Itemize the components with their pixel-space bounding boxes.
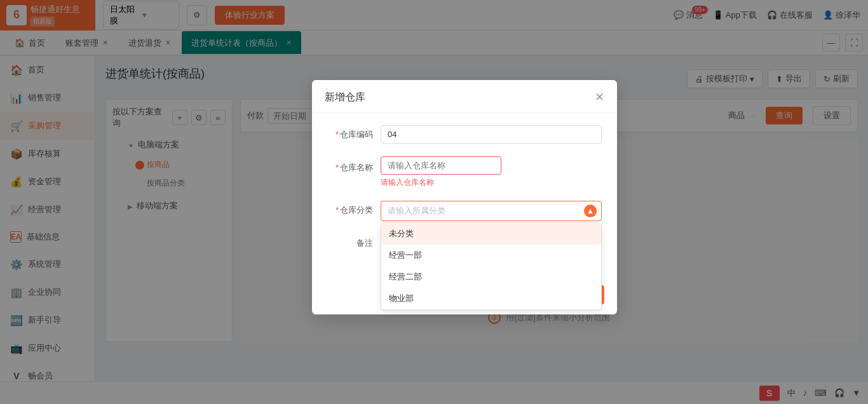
category-dropdown-list: 未分类 经营一部 经营二部 物业部	[381, 222, 602, 310]
notes-label: 备注	[327, 234, 373, 249]
code-label: 仓库编码	[327, 125, 373, 140]
option-dept1[interactable]: 经营一部	[381, 245, 601, 266]
name-error-row: 请输入仓库名称	[327, 177, 434, 188]
modal-header: 新增仓库 ✕	[312, 80, 617, 112]
form-row-category: 仓库分类 请输入所属分类 ▲ 未分类 经营一部 经营二部 物业部	[327, 201, 602, 221]
category-field-wrap: 请输入所属分类 ▲ 未分类 经营一部 经营二部 物业部	[381, 201, 602, 221]
category-chevron-up: ▲	[584, 205, 597, 217]
option-property[interactable]: 物业部	[381, 288, 601, 309]
option-uncategorized[interactable]: 未分类	[381, 223, 601, 245]
category-label: 仓库分类	[327, 201, 373, 216]
category-dropdown-trigger[interactable]: 请输入所属分类 ▲	[381, 201, 602, 221]
add-warehouse-modal: 新增仓库 ✕ 仓库编码 仓库名称 请输入仓库名称 仓库分类 请输入所属分类 ▲	[312, 80, 617, 314]
form-row-code: 仓库编码	[327, 125, 602, 144]
name-error-msg: 请输入仓库名称	[381, 178, 434, 187]
form-row-name: 仓库名称 请输入仓库名称	[327, 156, 602, 188]
modal-close-button[interactable]: ✕	[595, 90, 604, 104]
name-input-row: 仓库名称	[327, 156, 501, 175]
option-dept2[interactable]: 经营二部	[381, 266, 601, 288]
warehouse-code-input[interactable]	[381, 125, 602, 144]
name-label: 仓库名称	[327, 158, 373, 173]
modal-body: 仓库编码 仓库名称 请输入仓库名称 仓库分类 请输入所属分类 ▲	[312, 112, 617, 278]
modal-title: 新增仓库	[325, 91, 365, 104]
warehouse-name-input[interactable]	[381, 156, 501, 175]
